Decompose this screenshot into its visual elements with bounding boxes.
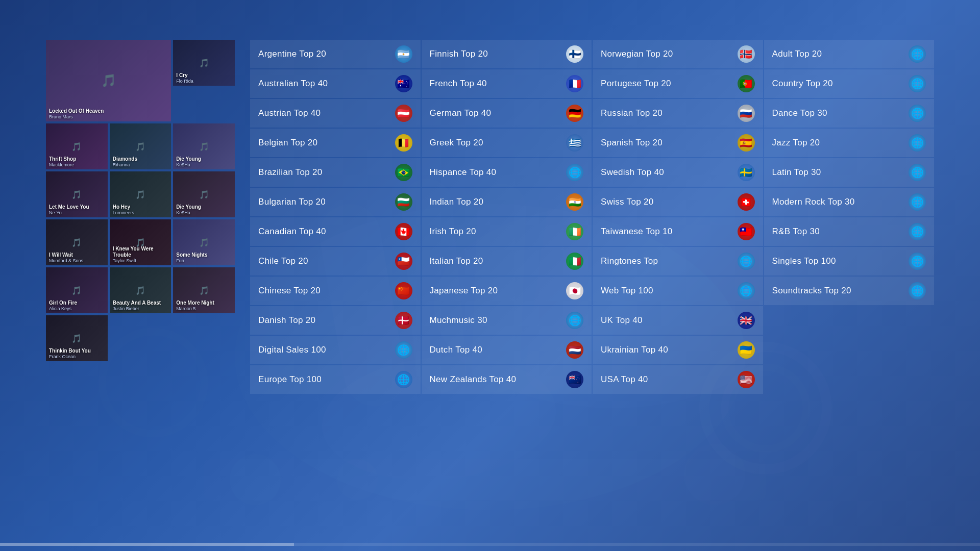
chart-flag: 🇺🇦 [738,341,755,359]
chart-name: USA Top 40 [601,374,648,385]
chart-item[interactable]: Norwegian Top 20 🇳🇴 [593,40,763,68]
chart-item[interactable]: Japanese Top 20 🇯🇵 [422,277,592,305]
chart-name: Portugese Top 20 [601,79,671,89]
chart-item[interactable]: Swiss Top 20 🇨🇭 [593,188,763,216]
chart-item[interactable]: Hispance Top 40 🌐 [422,158,592,187]
chart-item[interactable]: Jazz Top 20 🌐 [764,129,935,157]
chart-name: Austrian Top 40 [258,108,321,118]
chart-item[interactable]: Adult Top 20 🌐 [764,40,935,68]
thumbnail-item[interactable]: 🎵 Die Young Ke$Ha [173,123,235,169]
chart-name: Country Top 20 [772,79,833,89]
chart-item[interactable]: Irish Top 20 🇮🇪 [422,217,592,246]
chart-flag: 🇨🇱 [395,253,412,270]
chart-item[interactable]: Bulgarian Top 20 🇧🇬 [250,188,421,216]
thumbnail-item[interactable]: 🎵 I Cry Flo Rida [173,40,235,86]
chart-item[interactable]: Austrian Top 40 🇦🇹 [250,99,421,128]
thumbnail-item[interactable]: 🎵 Girl On Fire Alicia Keys [46,267,108,313]
chart-name: Digital Sales 100 [258,345,326,355]
thumbnail-item[interactable]: 🎵 Some Nights Fun [173,219,235,265]
chart-item[interactable]: Latin Top 30 🌐 [764,158,935,187]
chart-name: Italian Top 20 [430,256,483,266]
thumbnail-item[interactable]: 🎵 Thinkin Bout You Frank Ocean [46,315,108,361]
chart-item[interactable]: Chinese Top 20 🇨🇳 [250,277,421,305]
chart-item[interactable]: Ukrainian Top 40 🇺🇦 [593,336,763,364]
chart-item[interactable]: Belgian Top 20 🇧🇪 [250,129,421,157]
thumbnail-item[interactable]: 🎵 Let Me Love You Ne-Yo [46,171,108,217]
chart-item[interactable]: French Top 40 🇫🇷 [422,69,592,98]
chart-item[interactable]: Dutch Top 40 🇳🇱 [422,336,592,364]
main-content: 🎵 Locked Out Of Heaven Bruno Mars 🎵 I Cr… [0,0,980,551]
thumbnail-item[interactable]: 🎵 Die Young Ke$Ha [173,171,235,217]
chart-name: Argentine Top 20 [258,49,326,59]
chart-name: New Zealands Top 40 [430,374,517,385]
chart-item[interactable]: Australian Top 40 🇦🇺 [250,69,421,98]
chart-item[interactable]: German Top 40 🇩🇪 [422,99,592,128]
chart-flag: 🌐 [395,341,412,359]
chart-name: Brazilian Top 20 [258,167,322,178]
chart-item[interactable]: Brazilian Top 20 🇧🇷 [250,158,421,187]
chart-item[interactable]: Modern Rock Top 30 🌐 [764,188,935,216]
thumbnail-item[interactable]: 🎵 I Will Wait Mumford & Sons [46,219,108,265]
chart-flag: 🌐 [566,164,583,181]
chart-item[interactable]: Italian Top 20 🇮🇹 [422,247,592,276]
chart-item[interactable]: Taiwanese Top 10 🇹🇼 [593,217,763,246]
chart-item[interactable]: Finnish Top 20 🇫🇮 [422,40,592,68]
chart-name: Belgian Top 20 [258,138,317,148]
chart-item[interactable]: Europe Top 100 🌐 [250,365,421,394]
chart-name: French Top 40 [430,79,487,89]
chart-empty [764,336,935,364]
chart-name: Latin Top 30 [772,167,821,178]
chart-name: Ringtones Top [601,256,658,266]
thumbnail-item[interactable]: 🎵 Ho Hey Lumineers [110,171,172,217]
chart-name: Ukrainian Top 40 [601,345,668,355]
chart-item[interactable]: USA Top 40 🇺🇸 [593,365,763,394]
chart-flag: 🇮🇳 [566,193,583,211]
chart-name: Norwegian Top 20 [601,49,673,59]
chart-item[interactable]: Portugese Top 20 🇵🇹 [593,69,763,98]
chart-name: Hispance Top 40 [430,167,497,178]
chart-item[interactable]: Ringtones Top 🌐 [593,247,763,276]
chart-name: Spanish Top 20 [601,138,663,148]
chart-name: Soundtracks Top 20 [772,286,851,296]
chart-item[interactable]: Digital Sales 100 🌐 [250,336,421,364]
chart-flag: 🇨🇭 [738,193,755,211]
chart-flag: 🇹🇼 [738,223,755,240]
chart-item[interactable]: New Zealands Top 40 🇳🇿 [422,365,592,394]
chart-flag: 🇳🇴 [738,45,755,63]
chart-item[interactable]: Chile Top 20 🇨🇱 [250,247,421,276]
chart-item[interactable]: Argentine Top 20 🇦🇷 [250,40,421,68]
chart-flag: 🇧🇷 [395,164,412,181]
thumbnail-item[interactable]: 🎵 Beauty And A Beast Justin Bieber [110,267,172,313]
thumbnail-item[interactable]: 🎵 Diamonds Rihanna [110,123,172,169]
thumbnail-grid: 🎵 Locked Out Of Heaven Bruno Mars 🎵 I Cr… [46,40,235,361]
thumbnail-item[interactable]: 🎵 One More Night Maroon 5 [173,267,235,313]
chart-name: Europe Top 100 [258,374,322,385]
thumbnail-item[interactable]: 🎵 Locked Out Of Heaven Bruno Mars [46,40,171,121]
chart-flag: 🇳🇿 [566,371,583,388]
chart-flag: 🌐 [738,253,755,270]
chart-item[interactable]: Swedish Top 40 🇸🇪 [593,158,763,187]
thumbnail-item[interactable]: 🎵 I Knew You Were Trouble Taylor Swift [110,219,172,265]
thumbnail-item[interactable]: 🎵 Thrift Shop Macklemore [46,123,108,169]
chart-item[interactable]: Singles Top 100 🌐 [764,247,935,276]
chart-item[interactable]: Dance Top 30 🌐 [764,99,935,128]
chart-flag: 🇮🇪 [566,223,583,240]
chart-item[interactable]: Indian Top 20 🇮🇳 [422,188,592,216]
chart-item[interactable]: Country Top 20 🌐 [764,69,935,98]
chart-item[interactable]: R&B Top 30 🌐 [764,217,935,246]
chart-name: Greek Top 20 [430,138,483,148]
chart-item[interactable]: Canadian Top 40 🇨🇦 [250,217,421,246]
chart-item[interactable]: Soundtracks Top 20 🌐 [764,277,935,305]
chart-flag: 🇬🇷 [566,134,583,152]
chart-item[interactable]: Web Top 100 🌐 [593,277,763,305]
chart-item[interactable]: Greek Top 20 🇬🇷 [422,129,592,157]
chart-item[interactable]: Russian Top 20 🇷🇺 [593,99,763,128]
chart-flag: 🇸🇪 [738,164,755,181]
chart-flag: 🌐 [909,75,926,92]
chart-item[interactable]: Muchmusic 30 🌐 [422,306,592,335]
chart-item[interactable]: UK Top 40 🇬🇧 [593,306,763,335]
chart-flag: 🌐 [909,134,926,152]
chart-name: Chinese Top 20 [258,286,321,296]
chart-item[interactable]: Danish Top 20 🇩🇰 [250,306,421,335]
chart-item[interactable]: Spanish Top 20 🇪🇸 [593,129,763,157]
